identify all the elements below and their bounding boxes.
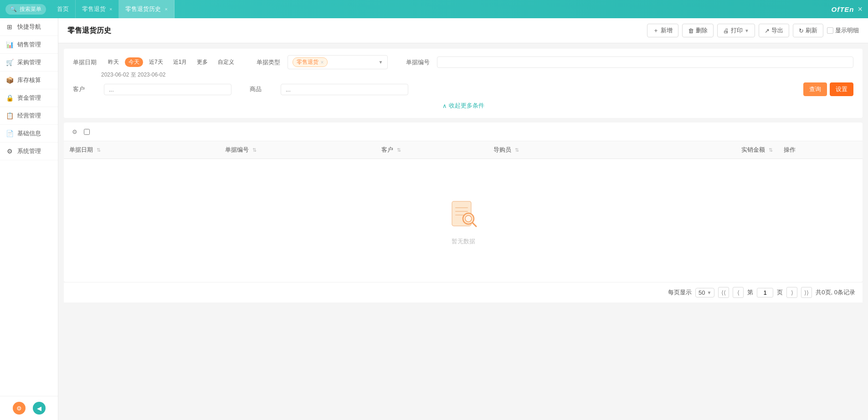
sidebar: ⊞ 快捷导航 📊 销售管理 🛒 采购管理 📦 库存核算 🔒 资金管理 📋	[0, 18, 58, 420]
collapse-up-icon: ∧	[442, 102, 447, 109]
sidebar-item-purchase-mgmt[interactable]: 🛒 采购管理	[0, 54, 58, 72]
svg-line-7	[473, 223, 476, 226]
sidebar-item-sales-mgmt-label: 销售管理	[17, 41, 41, 49]
sidebar-item-sales-mgmt[interactable]: 📊 销售管理	[0, 36, 58, 54]
col-date-sort-icon: ⇅	[97, 147, 101, 153]
tab-retail-return-history[interactable]: 零售退货历史 ×	[119, 0, 174, 18]
prev-page-button[interactable]: ⟨	[733, 287, 744, 298]
goods-input[interactable]	[281, 84, 408, 95]
first-page-button[interactable]: ⟨⟨	[718, 287, 729, 298]
sidebar-item-operations-label: 经营管理	[17, 112, 41, 120]
tab-retail-return[interactable]: 零售退货 ×	[76, 0, 119, 18]
filter-doctype-item: 单据类型 零售退货 × ▼	[257, 55, 388, 69]
finance-icon: 🔒	[5, 94, 14, 102]
sidebar-item-finance[interactable]: 🔒 资金管理	[0, 89, 58, 107]
customer-filter-label: 客户	[73, 85, 100, 93]
col-no-label: 单据编号	[225, 146, 249, 153]
col-customer-sort-icon: ⇅	[397, 147, 401, 153]
col-amount-sort-icon: ⇅	[769, 147, 773, 153]
date-btn-more[interactable]: 更多	[193, 57, 212, 67]
docno-input[interactable]	[437, 56, 853, 68]
query-button[interactable]: 查询	[803, 82, 827, 96]
doctype-tag: 零售退货 ×	[293, 57, 328, 67]
col-customer[interactable]: 客户 ⇅	[376, 141, 488, 159]
display-checkbox[interactable]	[827, 27, 833, 34]
query-label: 查询	[809, 85, 821, 93]
filter-goods-item: 商品	[250, 84, 552, 95]
total-label: 共0页, 0条记录	[816, 288, 855, 297]
col-no-sort-icon: ⇅	[252, 147, 257, 153]
doctype-tag-close[interactable]: ×	[320, 59, 324, 66]
delete-icon: 🗑	[688, 27, 694, 34]
brand-label: OfTEn	[831, 5, 854, 13]
page-number-input[interactable]	[757, 288, 773, 297]
filter-area: 单据日期 昨天 今天 近7天 近1月 更多 自定义 单据类型	[64, 49, 863, 118]
sidebar-speaker-button[interactable]: ◀	[33, 402, 46, 415]
last-page-button[interactable]: ⟩⟩	[801, 287, 812, 298]
per-page-select[interactable]: 50 ▼	[695, 288, 714, 297]
tab-retail-return-history-label: 零售退货历史	[125, 5, 161, 13]
tab-bar: 🔍 搜索菜单 首页 零售退货 × 零售退货历史 ×	[5, 0, 175, 18]
date-options-group: 昨天 今天 近7天 近1月 更多 自定义	[104, 57, 238, 67]
new-label: 新增	[661, 26, 673, 35]
print-button[interactable]: 🖨 打印 ▼	[717, 24, 755, 37]
filter-row-1: 单据日期 昨天 今天 近7天 近1月 更多 自定义 单据类型	[73, 55, 853, 69]
operations-icon: 📋	[5, 112, 14, 120]
tab-retail-return-history-close[interactable]: ×	[164, 6, 167, 12]
doctype-select[interactable]: 零售退货 × ▼	[288, 55, 388, 69]
sidebar-item-inventory[interactable]: 📦 库存核算	[0, 72, 58, 89]
sidebar-settings-button[interactable]: ⚙	[13, 402, 26, 415]
col-no[interactable]: 单据编号 ⇅	[220, 141, 375, 159]
filter-row-2: 客户 商品 查询 设置	[73, 82, 853, 96]
new-button[interactable]: ＋ 新增	[647, 24, 678, 37]
display-toggle[interactable]: 显示明细	[827, 26, 859, 35]
select-all-checkbox[interactable]	[84, 129, 90, 135]
new-icon: ＋	[653, 26, 659, 35]
page-header: 零售退货历史 ＋ 新增 🗑 删除 🖨 打印 ▼	[58, 18, 868, 43]
sidebar-item-system-mgmt[interactable]: ⚙ 系统管理	[0, 143, 58, 160]
sidebar-item-basic-info[interactable]: 📄 基础信息	[0, 125, 58, 143]
col-guide-label: 导购员	[493, 146, 511, 153]
content-area: 零售退货历史 ＋ 新增 🗑 删除 🖨 打印 ▼	[58, 18, 868, 420]
date-btn-today[interactable]: 今天	[125, 57, 143, 67]
collapse-label: 收起更多条件	[449, 102, 484, 110]
table-body: 暂无数据	[64, 159, 863, 282]
search-box[interactable]: 🔍 搜索菜单	[5, 4, 46, 15]
doctype-chevron-icon: ▼	[378, 60, 383, 65]
export-button[interactable]: ↗ 导出	[759, 24, 789, 37]
per-page-chevron-icon: ▼	[707, 290, 711, 295]
per-page-value: 50	[699, 289, 705, 296]
basic-info-icon: 📄	[5, 129, 14, 138]
next-page-button[interactable]: ⟩	[786, 287, 797, 298]
tab-retail-return-close[interactable]: ×	[109, 6, 112, 12]
sidebar-item-operations[interactable]: 📋 经营管理	[0, 107, 58, 125]
collapse-button[interactable]: ∧ 收起更多条件	[73, 100, 853, 112]
delete-label: 删除	[696, 26, 708, 35]
header-actions: ＋ 新增 🗑 删除 🖨 打印 ▼ ↗ 导出	[647, 24, 859, 37]
sidebar-item-quick-nav[interactable]: ⊞ 快捷导航	[0, 18, 58, 36]
filter-date-item: 单据日期 昨天 今天 近7天 近1月 更多 自定义	[73, 57, 238, 67]
refresh-label: 刷新	[806, 26, 817, 35]
search-icon: 🔍	[10, 6, 17, 12]
sidebar-item-system-mgmt-label: 系统管理	[17, 147, 41, 155]
settings-filter-button[interactable]: 设置	[830, 82, 853, 96]
system-mgmt-icon: ⚙	[5, 147, 14, 155]
empty-state-icon	[445, 195, 482, 232]
print-label: 打印	[731, 26, 743, 35]
col-guide[interactable]: 导购员 ⇅	[488, 141, 622, 159]
date-btn-7days[interactable]: 近7天	[145, 57, 167, 67]
date-btn-yesterday[interactable]: 昨天	[104, 57, 123, 67]
export-label: 导出	[771, 26, 783, 35]
tab-home[interactable]: 首页	[51, 0, 76, 18]
customer-input[interactable]	[104, 84, 231, 95]
top-right: OfTEn ×	[831, 5, 863, 14]
delete-button[interactable]: 🗑 删除	[682, 24, 714, 37]
page-title: 零售退货历史	[67, 26, 111, 36]
date-btn-custom[interactable]: 自定义	[214, 57, 238, 67]
date-btn-1month[interactable]: 近1月	[169, 57, 191, 67]
table-settings-icon[interactable]: ⚙	[69, 126, 80, 137]
col-date[interactable]: 单据日期 ⇅	[64, 141, 220, 159]
col-amount[interactable]: 实销金额 ⇅	[622, 141, 778, 159]
refresh-button[interactable]: ↻ 刷新	[793, 24, 823, 37]
app-close-button[interactable]: ×	[858, 5, 863, 14]
